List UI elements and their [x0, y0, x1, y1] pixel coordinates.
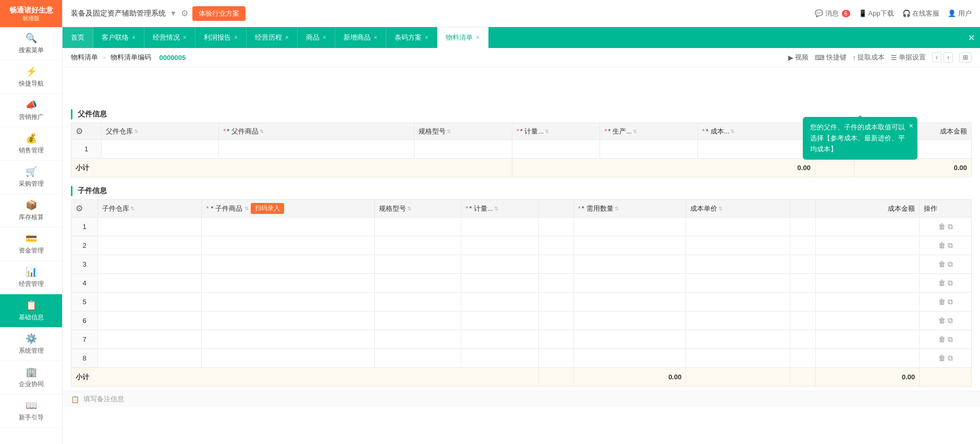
child-row-5-delete-icon[interactable]: 🗑 — [938, 297, 946, 306]
parent-row-1-warehouse[interactable] — [102, 140, 219, 159]
sidebar-item-marketing[interactable]: 📣 营销推广 — [0, 94, 62, 127]
child-row-4-need-qty[interactable] — [573, 274, 686, 293]
child-row-5-unit-price[interactable] — [686, 293, 790, 311]
parent-row-1-unit[interactable] — [512, 140, 600, 159]
breadcrumb-item1[interactable]: 物料清单 — [71, 53, 98, 62]
child-row-2-product[interactable] — [202, 236, 375, 255]
prev-arrow[interactable]: ‹ — [932, 52, 941, 63]
parent-row-1-product[interactable] — [219, 140, 414, 159]
child-row-8-unit[interactable] — [461, 349, 539, 368]
child-row-1-spec[interactable] — [375, 218, 461, 236]
user-btn[interactable]: 👤 用户 — [948, 9, 972, 18]
parent-row-1-spec[interactable] — [414, 140, 512, 159]
sidebar-item-guide[interactable]: 📖 新手引导 — [0, 394, 62, 428]
child-row-4-copy-icon[interactable]: ⧉ — [948, 279, 953, 287]
child-row-1-amount[interactable] — [816, 218, 920, 236]
child-row-6-delete-icon[interactable]: 🗑 — [938, 316, 946, 325]
child-row-4-unit-price[interactable] — [686, 274, 790, 293]
child-row-1-unit-price[interactable] — [686, 218, 790, 236]
child-row-1-warehouse[interactable] — [98, 218, 202, 236]
tab-barcode[interactable]: 条码方案 × — [386, 27, 437, 48]
child-row-5-product[interactable] — [202, 293, 375, 311]
sidebar-item-enterprise[interactable]: 🏢 企业协同 — [0, 361, 62, 394]
tab-operations-close[interactable]: × — [183, 34, 187, 41]
sidebar-item-purchase[interactable]: 🛒 采购管理 — [0, 161, 62, 194]
child-row-6-unit[interactable] — [461, 311, 539, 330]
child-row-6-need-qty[interactable] — [573, 311, 686, 330]
sidebar-item-sales[interactable]: 💰 销售管理 — [0, 127, 62, 161]
child-row-4-spec[interactable] — [375, 274, 461, 293]
child-row-4-delete-icon[interactable]: 🗑 — [938, 279, 946, 287]
sidebar-item-inventory[interactable]: 📦 库存核算 — [0, 194, 62, 227]
child-row-6-warehouse[interactable] — [98, 311, 202, 330]
child-row-2-need-qty[interactable] — [573, 236, 686, 255]
child-row-3-need-qty[interactable] — [573, 255, 686, 274]
child-row-5-warehouse[interactable] — [98, 293, 202, 311]
child-row-3-unit[interactable] — [461, 255, 539, 274]
child-row-8-need-qty[interactable] — [573, 349, 686, 368]
parent-row-1-produce[interactable] — [600, 140, 698, 159]
extract-cost-btn[interactable]: ↑ 提取成本 — [853, 53, 885, 62]
child-row-1-product[interactable] — [202, 218, 375, 236]
messages-btn[interactable]: 💬 消息 6 — [815, 9, 850, 18]
child-row-6-unit-price[interactable] — [686, 311, 790, 330]
child-row-2-unit-price[interactable] — [686, 236, 790, 255]
parent-row-1-cost[interactable] — [697, 140, 815, 159]
tab-customer[interactable]: 客户联络 × — [93, 27, 144, 48]
tab-new-product[interactable]: 新增商品 × — [335, 27, 386, 48]
child-row-6-copy-icon[interactable]: ⧉ — [948, 316, 953, 325]
child-row-6-amount[interactable] — [816, 311, 920, 330]
dropdown-arrow-icon[interactable]: ▼ — [170, 9, 177, 17]
sidebar-item-operations[interactable]: 📊 经营管理 — [0, 261, 62, 294]
child-row-4-warehouse[interactable] — [98, 274, 202, 293]
child-row-7-unit[interactable] — [461, 330, 539, 349]
child-row-5-spec[interactable] — [375, 293, 461, 311]
child-row-2-delete-icon[interactable]: 🗑 — [938, 241, 946, 250]
scan-barcode-btn[interactable]: 扫码录入 — [251, 203, 284, 214]
child-row-3-amount[interactable] — [816, 255, 920, 274]
child-row-4-product[interactable] — [202, 274, 375, 293]
child-row-7-delete-icon[interactable]: 🗑 — [938, 335, 946, 344]
child-row-2-amount[interactable] — [816, 236, 920, 255]
child-row-7-copy-icon[interactable]: ⧉ — [948, 335, 953, 344]
sidebar-item-system[interactable]: ⚙️ 系统管理 — [0, 328, 62, 361]
tab-history-close[interactable]: × — [285, 34, 289, 41]
tab-operations[interactable]: 经营情况 × — [144, 27, 195, 48]
tab-home[interactable]: 首页 — [63, 27, 93, 48]
child-row-3-spec[interactable] — [375, 255, 461, 274]
child-row-8-warehouse[interactable] — [98, 349, 202, 368]
sidebar-item-finance[interactable]: 💳 资金管理 — [0, 227, 62, 261]
online-service-btn[interactable]: 🎧 在线客服 — [902, 9, 940, 18]
tab-new-product-close[interactable]: × — [374, 34, 377, 41]
settings-icon[interactable]: ⚙ — [181, 8, 188, 18]
child-row-5-unit[interactable] — [461, 293, 539, 311]
tab-bom-close[interactable]: × — [476, 34, 480, 41]
child-row-1-unit[interactable] — [461, 218, 539, 236]
tab-bom[interactable]: 物料清单 × — [437, 27, 488, 48]
grid-view-btn[interactable]: ⊞ — [959, 52, 972, 63]
bottom-bar[interactable]: 📋 填写备注信息 — [63, 391, 980, 407]
child-row-1-copy-icon[interactable]: ⧉ — [948, 222, 953, 231]
child-gear-icon[interactable]: ⚙ — [76, 204, 83, 213]
video-btn[interactable]: ▶ 视频 — [788, 53, 808, 62]
child-row-1-need-qty[interactable] — [573, 218, 686, 236]
child-row-5-amount[interactable] — [816, 293, 920, 311]
tab-products[interactable]: 商品 × — [298, 27, 335, 48]
child-row-8-delete-icon[interactable]: 🗑 — [938, 354, 946, 363]
parent-gear-icon[interactable]: ⚙ — [76, 127, 83, 136]
child-row-7-amount[interactable] — [816, 330, 920, 349]
tab-profit-close[interactable]: × — [234, 34, 238, 41]
child-row-6-spec[interactable] — [375, 311, 461, 330]
tooltip-close-btn[interactable]: × — [909, 120, 913, 131]
tab-history[interactable]: 经营历程 × — [247, 27, 298, 48]
trial-button[interactable]: 体验行业方案 — [192, 6, 246, 21]
tab-customer-close[interactable]: × — [132, 34, 136, 41]
child-row-5-copy-icon[interactable]: ⧉ — [948, 297, 953, 306]
child-row-3-unit-price[interactable] — [686, 255, 790, 274]
child-row-3-warehouse[interactable] — [98, 255, 202, 274]
app-download-btn[interactable]: 📱 App下载 — [859, 9, 894, 18]
sidebar-item-basic-info[interactable]: 📋 基础信息 — [0, 294, 62, 328]
child-row-8-product[interactable] — [202, 349, 375, 368]
sidebar-item-quick-nav[interactable]: ⚡ 快捷导航 — [0, 61, 62, 94]
child-row-3-copy-icon[interactable]: ⧉ — [948, 260, 953, 269]
